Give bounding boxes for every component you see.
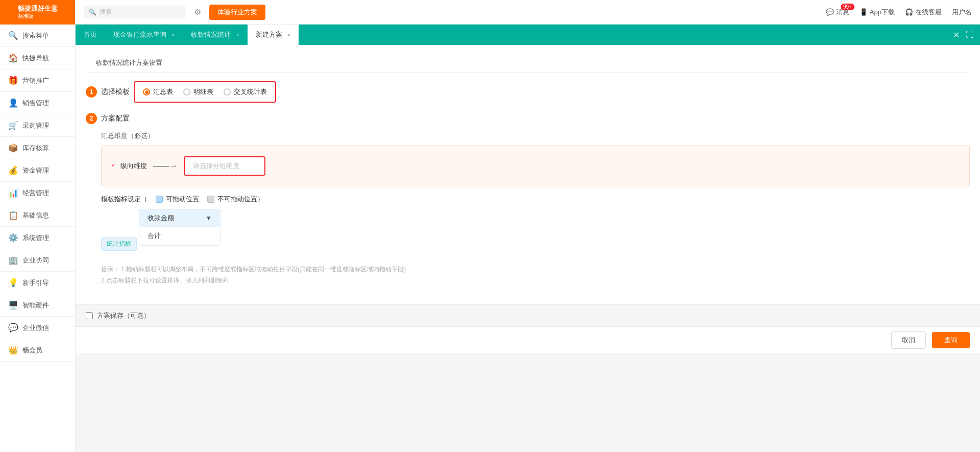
sidebar-label-basic-info: 基础信息	[22, 211, 49, 220]
user-icon: 👤	[8, 98, 18, 108]
service-icon: 🎧	[905, 8, 913, 16]
radio-detail[interactable]: 明细表	[183, 87, 213, 97]
tip-1: 提示： 1.拖动标题栏可以调整布局，不可跨维度或指标区域拖动栏目字段(只能在同一…	[101, 264, 970, 275]
step2-label: 方案配置	[101, 114, 130, 123]
dimension-config-area: * 纵向维度 ——→ 请选择分组维度	[101, 146, 970, 186]
save-section: 方案保存（可选）	[76, 304, 980, 326]
radio-summary[interactable]: 汇总表	[143, 87, 173, 97]
tab-receipt-stats[interactable]: 收款情况统计 ×	[183, 25, 247, 45]
sidebar-label-smart-hw: 智能硬件	[22, 301, 49, 310]
sidebar-label-operations: 经营管理	[22, 188, 49, 198]
draggable-toggle: 可拖动位置	[156, 195, 199, 204]
message-badge[interactable]: 💬 消息 99+	[826, 8, 849, 17]
draggable-label: 可拖动位置	[166, 195, 199, 204]
wechat-icon: 💬	[8, 323, 18, 332]
sidebar-item-operations[interactable]: 📊 经营管理	[0, 182, 75, 204]
monitor-icon: 🖥️	[8, 300, 18, 310]
tab-bank-flow[interactable]: 现金银行流水查询 ×	[105, 25, 183, 45]
radio-detail-circle	[183, 88, 190, 96]
metrics-table: 收款金额 ▼ 合计	[139, 209, 220, 246]
user-account[interactable]: 用户名	[952, 8, 972, 17]
sidebar-item-smart-hw[interactable]: 🖥️ 智能硬件	[0, 294, 75, 317]
tab-home[interactable]: 首页	[76, 25, 105, 45]
industry-solution-button[interactable]: 体验行业方案	[209, 5, 265, 20]
cancel-button[interactable]: 取消	[891, 331, 926, 349]
topbar-right-area: 💬 消息 99+ 📱 App下载 🎧 在线客服 用户名	[826, 8, 972, 17]
online-service-link[interactable]: 🎧 在线客服	[905, 8, 942, 17]
sidebar-item-wechat[interactable]: 💬 企业微信	[0, 317, 75, 339]
sidebar-item-system[interactable]: ⚙️ 系统管理	[0, 227, 75, 249]
app-download-link[interactable]: 📱 App下载	[860, 8, 895, 17]
sidebar-label-enterprise-collab: 企业协同	[22, 256, 49, 265]
tab-home-label: 首页	[84, 30, 97, 39]
tab-receipt-stats-label: 收款情况统计	[191, 30, 231, 39]
sidebar-item-inventory[interactable]: 📦 库存核算	[0, 137, 75, 159]
sidebar-label-finance: 资金管理	[22, 166, 49, 175]
sidebar-item-quick-nav[interactable]: 🏠 快捷导航	[0, 47, 75, 69]
radio-summary-label: 汇总表	[153, 87, 173, 97]
sidebar-item-finance[interactable]: 💰 资金管理	[0, 159, 75, 182]
sidebar-logo: 畅捷通好生意 标准版	[0, 0, 75, 25]
download-label: App下载	[870, 8, 895, 17]
bulb-icon: 💡	[8, 278, 18, 288]
arrow-icon: ——→	[153, 161, 178, 171]
chevron-down-icon[interactable]: ▼	[206, 215, 212, 222]
tab-new-plan-label: 新建方案	[256, 30, 282, 39]
sidebar-item-purchase[interactable]: 🛒 采购管理	[0, 114, 75, 137]
footer-bar: 取消 查询	[76, 326, 980, 353]
clipboard-icon: 📋	[8, 210, 18, 220]
metrics-col-header[interactable]: 收款金额 ▼	[139, 209, 220, 227]
sidebar-item-marketing[interactable]: 🎁 营销推广	[0, 69, 75, 92]
nav-tabs-bar: 首页 现金银行流水查询 × 收款情况统计 × 新建方案 × ✕ ⛶	[76, 25, 980, 45]
radio-detail-label: 明细表	[193, 87, 213, 97]
logo-version: 标准版	[18, 13, 58, 20]
search-icon-topbar: 🔍	[89, 9, 96, 16]
page-body: 收款情况统计方案设置 1 选择模板 汇总表 明细表	[76, 45, 980, 304]
sidebar-label-search: 搜索菜单	[22, 31, 49, 40]
required-star: *	[112, 162, 114, 170]
close-window-icon[interactable]: ✕	[953, 30, 960, 40]
cart-icon: 🛒	[8, 121, 18, 130]
page-header: 收款情况统计方案设置	[86, 53, 970, 73]
non-draggable-indicator	[207, 196, 214, 203]
sidebar-item-sales[interactable]: 👤 销售管理	[0, 92, 75, 114]
sidebar-label-inventory: 库存核算	[22, 144, 49, 153]
tab-new-plan[interactable]: 新建方案 ×	[248, 25, 299, 45]
settings-icon-topbar[interactable]: ⚙	[194, 7, 201, 17]
metrics-section: 模板指标设定（ 可拖动位置 不可拖动位置） 统	[101, 195, 970, 286]
radio-cross-circle	[224, 88, 231, 96]
close-tab-bank-flow[interactable]: ×	[172, 32, 175, 38]
message-icon: 💬	[826, 8, 834, 16]
vertical-dim-label: 纵向维度	[120, 161, 147, 171]
chart-icon: 📊	[8, 188, 18, 198]
sidebar-label-guide: 新手引导	[22, 278, 49, 288]
gift-icon: 🎁	[8, 76, 18, 85]
sidebar-item-enterprise-collab[interactable]: 🏢 企业协同	[0, 249, 75, 272]
box-icon: 📦	[8, 143, 18, 153]
crown-icon: 👑	[8, 345, 18, 355]
step2-number: 2	[86, 113, 97, 124]
radio-cross[interactable]: 交叉统计表	[224, 87, 267, 97]
query-button[interactable]: 查询	[932, 332, 970, 348]
topbar-search-box[interactable]: 🔍 搜索	[84, 6, 186, 18]
service-label: 在线客服	[915, 8, 942, 17]
dimension-select-placeholder: 请选择分组维度	[193, 162, 239, 170]
template-radio-group: 汇总表 明细表 交叉统计表	[134, 81, 276, 103]
metrics-header-text: 模板指标设定（	[101, 195, 148, 204]
close-tab-new-plan[interactable]: ×	[287, 32, 290, 38]
step1-label: 选择模板	[101, 87, 130, 97]
sidebar-item-member[interactable]: 👑 畅会员	[0, 339, 75, 362]
close-tab-receipt-stats[interactable]: ×	[236, 32, 239, 38]
sidebar-label-purchase: 采购管理	[22, 121, 49, 130]
tip-2: 2.点击标题栏下拉可设置排序、插入列和删除列	[101, 275, 970, 287]
sidebar-item-guide[interactable]: 💡 新手引导	[0, 272, 75, 294]
sidebar-item-basic-info[interactable]: 📋 基础信息	[0, 204, 75, 227]
sidebar-label-member: 畅会员	[22, 346, 42, 355]
sidebar: 畅捷通好生意 标准版 🔍 搜索菜单 🏠 快捷导航 🎁 营销推广 👤 销售管理 🛒…	[0, 0, 76, 452]
save-checkbox[interactable]	[86, 312, 93, 319]
maximize-icon[interactable]: ⛶	[966, 30, 974, 39]
dimension-select-dropdown[interactable]: 请选择分组维度	[184, 156, 265, 176]
save-label: 方案保存（可选）	[97, 311, 150, 320]
radio-summary-circle	[143, 88, 150, 96]
sidebar-item-search[interactable]: 🔍 搜索菜单	[0, 25, 75, 47]
